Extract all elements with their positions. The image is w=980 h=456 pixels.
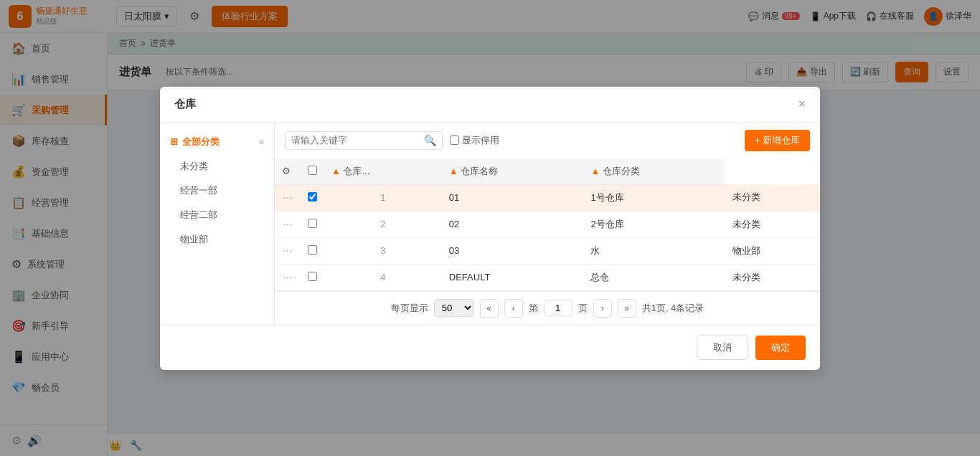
more-icon-2[interactable]: ··· [283,244,292,257]
row-checkbox-1[interactable] [308,219,317,228]
col-header-check [301,158,324,185]
row-code-1: 02 [442,211,584,237]
category-item-property[interactable]: 物业部 [160,227,274,252]
table-header-row: ⚙ ▲ 仓库... ▲ 仓库名称 [275,158,820,185]
page-label: 第 [529,302,538,315]
row-settings-0: ··· [275,184,301,211]
row-category-0: 未分类 [725,184,820,211]
row-settings-3: ··· [275,264,301,290]
sort-icon-code: ▲ [331,166,341,176]
add-warehouse-button[interactable]: + 新增仓库 [745,130,810,151]
first-page-button[interactable]: « [480,299,499,318]
per-page-select[interactable]: 50 20 100 [434,299,474,317]
per-page-label: 每页显示 [391,302,428,315]
cancel-button[interactable]: 取消 [697,336,748,360]
show-disabled-text: 显示停用 [462,134,499,147]
table-scroll: ⚙ ▲ 仓库... ▲ 仓库名称 [275,158,820,291]
search-box: 🔍 [285,131,443,150]
modal-body: ⊞ 全部分类 « 未分类 经营一部 经营二部 物业部 🔍 [160,123,820,325]
modal-title: 仓库 [174,98,196,111]
row-code-2: 03 [442,237,584,264]
row-num-0: 1 [324,184,442,211]
row-settings-2: ··· [275,237,301,264]
table-toolbar: 🔍 显示停用 + 新增仓库 [275,123,820,158]
col-header-settings: ⚙ [275,158,301,185]
sort-icon-category: ▲ [590,166,600,176]
more-icon-1[interactable]: ··· [283,218,292,230]
col-header-code: ▲ 仓库... [324,158,442,185]
row-checkbox-2[interactable] [308,245,317,255]
category-item-unclassified[interactable]: 未分类 [160,154,274,179]
row-check-0 [301,184,324,211]
row-num-1: 2 [324,211,442,237]
row-settings-1: ··· [275,211,301,237]
row-check-2 [301,237,324,264]
category-all-label: 全部分类 [182,136,220,148]
show-disabled-label: 显示停用 [450,134,499,147]
row-name-3: 总仓 [583,264,725,290]
table-row[interactable]: ··· 1 01 1号仓库 未分类 [275,184,820,211]
search-icon[interactable]: 🔍 [424,135,436,146]
page-suffix: 页 [578,302,588,315]
category-all-icon: ⊞ [170,136,178,147]
row-checkbox-0[interactable] [308,192,317,201]
row-category-2: 物业部 [725,237,820,264]
prev-page-button[interactable]: ‹ [504,299,523,318]
row-name-2: 水 [583,237,725,264]
row-name-0: 1号仓库 [583,184,725,211]
row-code-3: DEFAULT [442,264,584,290]
warehouse-modal: 仓库 × ⊞ 全部分类 « 未分类 经营一部 经营二部 物业部 [160,87,820,370]
row-category-3: 未分类 [725,264,820,290]
warehouse-table: ⚙ ▲ 仓库... ▲ 仓库名称 [275,158,820,291]
select-all-checkbox[interactable] [308,166,317,175]
modal-footer: 取消 确定 [160,325,820,370]
pagination: 每页显示 50 20 100 « ‹ 第 页 › » 共1页, 4条记录 [275,291,820,325]
row-category-1: 未分类 [725,211,820,237]
category-item-dept2[interactable]: 经营二部 [160,203,274,227]
modal-header: 仓库 × [160,87,820,123]
table-row[interactable]: ··· 3 03 水 物业部 [275,237,820,264]
category-all[interactable]: ⊞ 全部分类 [170,136,220,148]
col-header-name: ▲ 仓库名称 [442,158,584,185]
search-input[interactable] [291,135,424,146]
confirm-button[interactable]: 确定 [755,336,806,360]
row-num-2: 3 [324,237,442,264]
more-icon-3[interactable]: ··· [283,271,292,283]
row-code-0: 01 [442,184,584,211]
category-item-dept1[interactable]: 经营一部 [160,179,274,203]
table-panel: 🔍 显示停用 + 新增仓库 ⚙ [275,123,820,325]
page-number-input[interactable] [544,300,573,316]
show-disabled-checkbox[interactable] [450,136,459,145]
row-checkbox-3[interactable] [308,272,317,281]
row-name-1: 2号仓库 [583,211,725,237]
modal-overlay: 仓库 × ⊞ 全部分类 « 未分类 经营一部 经营二部 物业部 [0,0,980,456]
row-check-3 [301,264,324,290]
sort-icon-name: ▲ [449,166,458,176]
category-header: ⊞ 全部分类 « [160,130,274,154]
table-row[interactable]: ··· 2 02 2号仓库 未分类 [275,211,820,237]
col-header-category: ▲ 仓库分类 [583,158,725,185]
table-row[interactable]: ··· 4 DEFAULT 总仓 未分类 [275,264,820,290]
last-page-button[interactable]: » [618,299,636,318]
more-icon-0[interactable]: ··· [283,191,292,204]
row-num-3: 4 [324,264,442,290]
category-panel: ⊞ 全部分类 « 未分类 经营一部 经营二部 物业部 [160,123,275,325]
next-page-button[interactable]: › [593,299,612,318]
collapse-button[interactable]: « [259,137,264,147]
row-check-1 [301,211,324,237]
modal-close-button[interactable]: × [798,97,806,112]
total-info: 共1页, 4条记录 [642,302,705,315]
